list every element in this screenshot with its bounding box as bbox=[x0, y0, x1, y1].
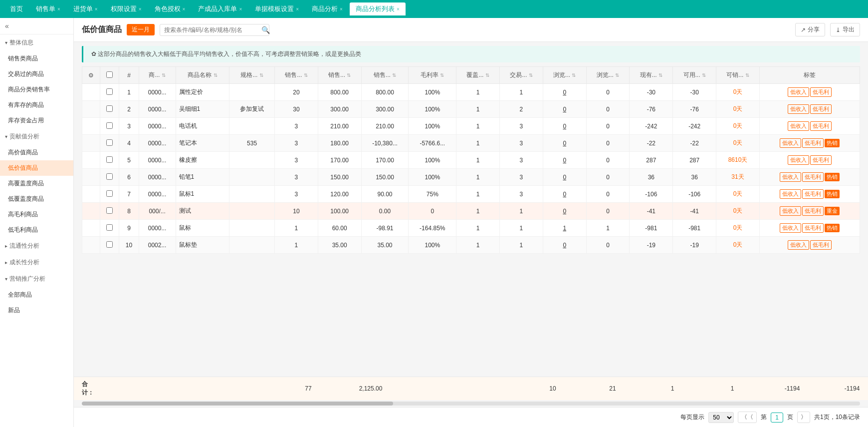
cell-checkbox[interactable] bbox=[100, 237, 119, 254]
export-button[interactable]: ⤓ 导出 bbox=[830, 23, 860, 36]
nav-roles[interactable]: 角色授权 × bbox=[149, 2, 192, 15]
sidebar-item-high-margin[interactable]: 高毛利商品 bbox=[0, 207, 73, 222]
sidebar-group-marketing[interactable]: ▾ 营销推广分析 bbox=[0, 271, 73, 287]
nav-close-icon[interactable]: × bbox=[340, 6, 343, 12]
col-gross[interactable]: 毛利率 ⇅ bbox=[409, 67, 456, 84]
nav-home[interactable]: 首页 bbox=[4, 2, 29, 15]
row-checkbox[interactable] bbox=[106, 105, 113, 112]
nav-close-icon[interactable]: × bbox=[397, 6, 400, 12]
nav-permissions[interactable]: 权限设置 × bbox=[105, 2, 148, 15]
sidebar-group-overall[interactable]: ▾ 整体信息 bbox=[0, 34, 73, 51]
nav-goods-analysis[interactable]: 商品分析 × bbox=[306, 2, 349, 15]
nav-close-icon[interactable]: × bbox=[139, 6, 142, 12]
share-button[interactable]: ↗ 分享 bbox=[795, 23, 825, 36]
col-browse1[interactable]: 浏览... ⇅ bbox=[543, 67, 586, 84]
row-checkbox[interactable] bbox=[106, 88, 113, 95]
cell-checkbox[interactable] bbox=[100, 220, 119, 237]
cell-checkbox[interactable] bbox=[100, 186, 119, 203]
filter-month-btn[interactable]: 近一月 bbox=[127, 24, 155, 35]
col-browse2[interactable]: 浏览... ⇅ bbox=[586, 67, 630, 84]
next-page-btn[interactable]: 〉 bbox=[797, 412, 810, 423]
nav-close-icon[interactable]: × bbox=[296, 6, 299, 12]
col-trans[interactable]: 交易... ⇅ bbox=[500, 67, 543, 84]
browse1-link[interactable]: 0 bbox=[563, 123, 566, 130]
row-checkbox[interactable] bbox=[106, 122, 113, 129]
nav-purchase[interactable]: 进货单 × bbox=[67, 2, 104, 15]
cell-checkbox[interactable] bbox=[100, 203, 119, 220]
row-checkbox[interactable] bbox=[106, 190, 113, 197]
col-coverage[interactable]: 覆盖... ⇅ bbox=[456, 67, 500, 84]
cell-browse1[interactable]: 0 bbox=[543, 135, 586, 152]
cell-checkbox[interactable] bbox=[100, 152, 119, 169]
col-sale2[interactable]: 销售... ⇅ bbox=[318, 67, 361, 84]
sidebar-item-low-coverage[interactable]: 低覆盖度商品 bbox=[0, 191, 73, 207]
col-spec[interactable]: 规格... ⇅ bbox=[229, 67, 275, 84]
cell-checkbox[interactable] bbox=[100, 101, 119, 118]
select-all-checkbox[interactable] bbox=[106, 71, 113, 78]
nav-products-in[interactable]: 产成品入库单 × bbox=[192, 2, 248, 15]
row-checkbox[interactable] bbox=[106, 241, 113, 248]
sidebar-item-high-value[interactable]: 高价值商品 bbox=[0, 145, 73, 160]
cell-checkbox[interactable] bbox=[100, 118, 119, 135]
cell-browse1[interactable]: 0 bbox=[543, 186, 586, 203]
sidebar-item-stock-capital[interactable]: 库存资金占用 bbox=[0, 113, 73, 128]
cell-browse1[interactable]: 0 bbox=[543, 237, 586, 254]
nav-goods-analysis-list[interactable]: 商品分析列表 × bbox=[350, 2, 406, 15]
browse1-link[interactable]: 1 bbox=[563, 225, 566, 232]
sidebar-group-liquidity[interactable]: ▸ 流通性分析 bbox=[0, 238, 73, 254]
sidebar-group-growth[interactable]: ▸ 成长性分析 bbox=[0, 254, 73, 271]
row-checkbox[interactable] bbox=[106, 156, 113, 163]
cell-browse1[interactable]: 1 bbox=[543, 220, 586, 237]
cell-browse1[interactable]: 0 bbox=[543, 203, 586, 220]
browse1-link[interactable]: 0 bbox=[563, 89, 566, 96]
col-checkbox[interactable] bbox=[100, 67, 119, 84]
nav-close-icon[interactable]: × bbox=[57, 6, 60, 12]
browse1-link[interactable]: 0 bbox=[563, 106, 566, 113]
sidebar-item-low-value[interactable]: 低价值商品 bbox=[0, 160, 73, 176]
first-page-btn[interactable]: 〈〈 bbox=[738, 412, 757, 423]
search-input[interactable] bbox=[160, 24, 269, 36]
cell-browse1[interactable]: 0 bbox=[543, 101, 586, 118]
nav-template[interactable]: 单据模板设置 × bbox=[249, 2, 305, 15]
col-sale3[interactable]: 销售... ⇅ bbox=[361, 67, 409, 84]
row-checkbox[interactable] bbox=[106, 173, 113, 180]
sidebar-item-low-margin[interactable]: 低毛利商品 bbox=[0, 222, 73, 238]
row-checkbox[interactable] bbox=[106, 207, 113, 214]
cell-checkbox[interactable] bbox=[100, 169, 119, 186]
browse1-link[interactable]: 0 bbox=[563, 191, 566, 198]
sidebar-item-traded-products[interactable]: 交易过的商品 bbox=[0, 66, 73, 82]
nav-close-icon[interactable]: × bbox=[95, 6, 98, 12]
row-checkbox[interactable] bbox=[106, 139, 113, 146]
sidebar-item-stock-products[interactable]: 有库存的商品 bbox=[0, 97, 73, 113]
nav-sales-order[interactable]: 销售单 × bbox=[30, 2, 66, 15]
col-name[interactable]: 商品名称 ⇅ bbox=[176, 67, 229, 84]
col-settings[interactable]: ⚙ bbox=[82, 67, 100, 84]
row-checkbox[interactable] bbox=[106, 224, 113, 231]
browse1-link[interactable]: 0 bbox=[563, 242, 566, 249]
col-stock2[interactable]: 可用... ⇅ bbox=[673, 67, 716, 84]
search-button[interactable]: 🔍 bbox=[261, 26, 270, 34]
sidebar-item-new-products[interactable]: 新品 bbox=[0, 303, 73, 318]
browse1-link[interactable]: 0 bbox=[563, 140, 566, 147]
col-sale1[interactable]: 销售... ⇅ bbox=[274, 67, 318, 84]
sidebar-item-sales-products[interactable]: 销售类商品 bbox=[0, 51, 73, 66]
cell-browse1[interactable]: 0 bbox=[543, 152, 586, 169]
sidebar-group-contribution[interactable]: ▾ 贡献值分析 bbox=[0, 128, 73, 145]
sidebar-collapse-btn[interactable]: « bbox=[4, 21, 10, 31]
nav-close-icon[interactable]: × bbox=[183, 6, 186, 12]
sidebar-item-category-rate[interactable]: 商品分类销售率 bbox=[0, 82, 73, 97]
col-code[interactable]: 商... ⇅ bbox=[139, 67, 176, 84]
sidebar-item-all-products[interactable]: 全部商品 bbox=[0, 287, 73, 303]
cell-browse1[interactable]: 0 bbox=[543, 118, 586, 135]
browse1-link[interactable]: 0 bbox=[563, 208, 566, 215]
cell-browse1[interactable]: 0 bbox=[543, 84, 586, 101]
browse1-link[interactable]: 0 bbox=[563, 157, 566, 164]
cell-checkbox[interactable] bbox=[100, 84, 119, 101]
nav-close-icon[interactable]: × bbox=[239, 6, 242, 12]
sidebar-item-high-coverage[interactable]: 高覆盖度商品 bbox=[0, 176, 73, 191]
per-page-select[interactable]: 50 100 200 bbox=[708, 412, 734, 423]
col-stock3[interactable]: 可销... ⇅ bbox=[716, 67, 760, 84]
col-stock1[interactable]: 现有... ⇅ bbox=[630, 67, 673, 84]
cell-checkbox[interactable] bbox=[100, 135, 119, 152]
cell-browse1[interactable]: 0 bbox=[543, 169, 586, 186]
